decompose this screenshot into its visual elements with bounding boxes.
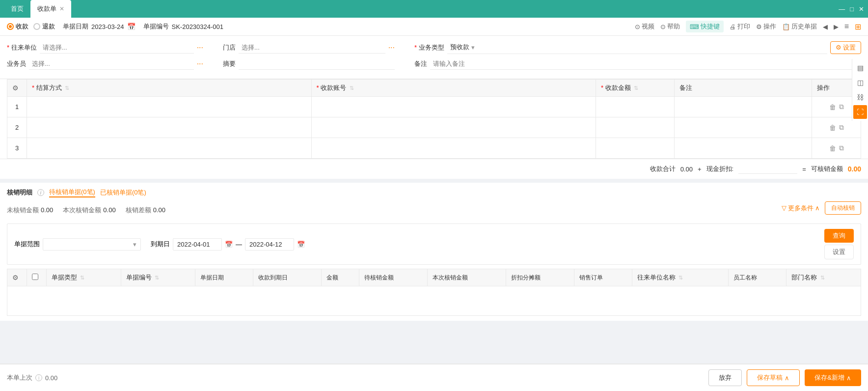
due-date-label: 到期日 (151, 240, 170, 249)
store-label: 门店 (223, 43, 236, 52)
abstract-field: 摘要 (223, 58, 395, 70)
row-delete-3[interactable]: 🗑 (829, 144, 836, 152)
business-type-arrow: ▾ (471, 44, 475, 51)
bth-counterpart-sort[interactable]: ⇅ (678, 275, 683, 280)
settings-btn[interactable]: ⚙ 设置 (830, 41, 861, 54)
sidebar-expand-icon[interactable]: ⛶ (853, 105, 867, 119)
sidebar-link-icon[interactable]: ⛓ (853, 90, 867, 104)
date-to-input[interactable] (245, 238, 294, 251)
row-amount-1[interactable] (596, 97, 675, 117)
print-btn[interactable]: 🖨 打印 (730, 22, 750, 31)
query-btn[interactable]: 查询 (824, 229, 854, 243)
diff-stat: 核销差额 0.00 (126, 206, 165, 215)
sidebar-list-icon[interactable]: ▤ (853, 61, 867, 75)
plus-sign: + (698, 166, 702, 173)
th-remarks-label: 备注 (679, 84, 692, 91)
maximize-btn[interactable]: □ (850, 5, 854, 13)
refund-radio[interactable]: 退款 (33, 22, 55, 31)
available-value: 0.00 (848, 165, 861, 173)
th-amount: 收款金额 ⇅ (596, 80, 675, 97)
pending-tab[interactable]: 待核销单据(0笔) (49, 188, 95, 197)
row-copy-2[interactable]: ⧉ (839, 123, 844, 132)
business-type-value: 预收款 (450, 43, 469, 52)
bth-number: 单据编号 ⇅ (121, 269, 195, 286)
bth-checkbox (27, 269, 47, 286)
th-account-sort[interactable]: ⇅ (350, 85, 354, 91)
th-account: 收款账号 ⇅ (311, 80, 596, 97)
store-input[interactable] (239, 42, 385, 54)
unchecked-label: 未核销金额 (7, 206, 39, 215)
sidebar-detail-icon[interactable]: ◫ (853, 76, 867, 89)
toolbar-actions: ⊙ 视频 ⊙ 帮助 ⌨ 快捷键 🖨 打印 ⚙ 操作 📋 历史单据 ◀ ▶ ≡ ⊞ (635, 21, 861, 32)
row-settlement-3[interactable] (27, 138, 312, 159)
video-btn[interactable]: ⊙ 视频 (635, 22, 654, 31)
store-more-btn[interactable]: ··· (388, 43, 395, 52)
salesperson-more-btn[interactable]: ··· (197, 59, 203, 68)
row-delete-1[interactable]: 🗑 (829, 103, 836, 111)
abstract-label: 摘要 (223, 59, 236, 68)
number-field: 单据编号 SK-20230324-001 (143, 22, 224, 31)
select-all-checkbox[interactable] (32, 274, 38, 280)
hexiao-info-icon[interactable]: i (37, 189, 44, 196)
help-label: 帮助 (667, 22, 680, 31)
row-copy-1[interactable]: ⧉ (839, 103, 844, 111)
abstract-input[interactable] (239, 58, 395, 70)
tab-receipt[interactable]: 收款单 ✕ (30, 0, 71, 18)
th-amount-sort[interactable]: ⇅ (634, 85, 638, 91)
nav-right-btn[interactable]: ▶ (834, 23, 839, 30)
discount-input[interactable] (738, 164, 797, 174)
row-settlement-2[interactable] (27, 117, 312, 138)
salesperson-label: 业务员 (7, 59, 26, 68)
row-remarks-1[interactable] (675, 97, 812, 117)
list-view-btn[interactable]: ≡ (844, 22, 849, 31)
counterpart-more-btn[interactable]: ··· (197, 43, 203, 52)
bottom-table-gear[interactable]: ⚙ (12, 274, 19, 281)
remarks-input[interactable] (430, 58, 861, 70)
row-delete-2[interactable]: 🗑 (829, 123, 836, 132)
more-conditions-btn[interactable]: ▽ 更多条件 ∧ (782, 204, 820, 213)
filter-settings-btn[interactable]: 设置 (824, 245, 854, 259)
date-calendar-from[interactable]: 📅 (225, 241, 233, 248)
row-remarks-2[interactable] (675, 117, 812, 138)
row-amount-3[interactable] (596, 138, 675, 159)
date-calendar-to[interactable]: 📅 (297, 241, 305, 248)
row-remarks-3[interactable] (675, 138, 812, 159)
close-btn[interactable]: ✕ (859, 5, 864, 13)
tab-home[interactable]: 首页 (4, 0, 30, 18)
date-picker-icon[interactable]: 📅 (127, 23, 136, 30)
date-field: 单据日期 2023-03-24 📅 (63, 22, 136, 31)
bth-counterpart: 往来单位名称 ⇅ (632, 269, 729, 286)
row-amount-2[interactable] (596, 117, 675, 138)
form-row-2: 业务员 ··· 摘要 备注 (7, 58, 861, 70)
minimize-btn[interactable]: — (839, 5, 845, 13)
row-settlement-1[interactable] (27, 97, 312, 117)
counterpart-input[interactable] (40, 42, 194, 54)
row-account-1[interactable] (311, 97, 596, 117)
date-from-input[interactable] (173, 238, 222, 251)
th-settlement-sort[interactable]: ⇅ (65, 85, 69, 91)
filter-icon: ▽ (782, 204, 787, 212)
bth-number-sort[interactable]: ⇅ (155, 275, 159, 280)
range-select[interactable]: ▾ (43, 238, 141, 251)
main-content: 往来单位 ··· 门店 ··· 业务类型 预收款 ▾ (0, 36, 868, 359)
bth-type-sort[interactable]: ⇅ (80, 275, 84, 280)
operation-btn[interactable]: ⚙ 操作 (756, 22, 776, 31)
help-btn[interactable]: ⊙ 帮助 (660, 22, 680, 31)
bth-dept-sort[interactable]: ⇅ (820, 275, 825, 280)
total-label: 收款合计 (650, 165, 676, 173)
query-btns: 查询 设置 (824, 229, 854, 259)
receipt-radio[interactable]: 收款 (7, 22, 28, 31)
grid-view-btn[interactable]: ⊞ (855, 22, 861, 31)
auto-hexiao-btn[interactable]: 自动核销 (825, 201, 861, 215)
tab-receipt-close[interactable]: ✕ (59, 5, 64, 12)
table-gear-icon[interactable]: ⚙ (12, 84, 19, 92)
history-btn[interactable]: 📋 历史单据 (782, 22, 817, 31)
row-copy-3[interactable]: ⧉ (839, 144, 844, 152)
shortcut-btn[interactable]: ⌨ 快捷键 (686, 21, 724, 32)
row-account-3[interactable] (311, 138, 596, 159)
completed-tab[interactable]: 已核销单据(0笔) (100, 188, 146, 197)
business-type-select[interactable]: 预收款 ▾ (447, 41, 827, 54)
row-account-2[interactable] (311, 117, 596, 138)
nav-left-btn[interactable]: ◀ (823, 23, 828, 30)
salesperson-input[interactable] (29, 58, 194, 70)
